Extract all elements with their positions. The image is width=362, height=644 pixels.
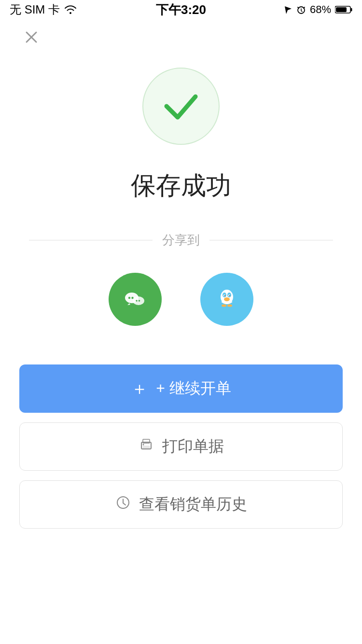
view-history-button[interactable]: 查看销货单历史: [19, 480, 343, 529]
actions-container: ＋ + 继续开单 打印单据 查看销货单历: [0, 364, 362, 529]
print-icon: [138, 436, 154, 457]
svg-point-25: [143, 444, 144, 446]
battery-text: 68%: [310, 3, 331, 16]
svg-rect-3: [336, 7, 347, 12]
wifi-icon: [64, 4, 77, 15]
wechat-icon: [119, 283, 151, 315]
main-content: 保存成功 分享到: [0, 19, 362, 529]
continue-order-button[interactable]: ＋ + 继续开单: [19, 364, 343, 413]
svg-point-18: [229, 295, 230, 296]
success-title: 保存成功: [131, 169, 231, 203]
continue-order-label: + 继续开单: [156, 378, 231, 399]
svg-point-21: [227, 305, 232, 307]
status-left: 无 SIM 卡: [10, 2, 77, 17]
qq-icon: [211, 283, 243, 315]
wechat-share-button[interactable]: [109, 273, 162, 326]
qq-share-button[interactable]: [200, 273, 253, 326]
svg-point-7: [128, 297, 130, 299]
share-divider: 分享到: [0, 232, 362, 249]
divider-line-right: [209, 240, 333, 240]
svg-point-8: [131, 297, 133, 299]
success-circle: [142, 68, 220, 145]
close-icon: [24, 29, 39, 45]
clock-icon: [115, 494, 131, 515]
share-icons-row: [109, 273, 253, 326]
divider-line-left: [29, 240, 153, 240]
no-sim-text: 无 SIM 卡: [10, 2, 60, 17]
svg-point-20: [222, 305, 226, 307]
alarm-icon: [296, 5, 306, 14]
battery-icon: [335, 5, 352, 14]
status-bar: 无 SIM 卡 下午3:20 68%: [0, 0, 362, 19]
svg-point-11: [139, 300, 140, 302]
close-button[interactable]: [19, 25, 43, 49]
svg-point-17: [224, 295, 225, 296]
location-icon: [284, 5, 292, 14]
time-display: 下午3:20: [156, 1, 206, 18]
print-receipt-button[interactable]: 打印单据: [19, 422, 343, 471]
plus-icon: ＋: [131, 380, 148, 397]
status-right: 68%: [284, 3, 352, 16]
svg-rect-24: [143, 446, 150, 449]
svg-point-10: [136, 300, 138, 302]
svg-rect-2: [351, 8, 352, 12]
print-receipt-label: 打印单据: [162, 436, 224, 457]
share-label: 分享到: [153, 232, 209, 249]
svg-point-19: [224, 297, 230, 301]
checkmark-icon: [159, 84, 203, 128]
view-history-label: 查看销货单历史: [139, 494, 247, 515]
